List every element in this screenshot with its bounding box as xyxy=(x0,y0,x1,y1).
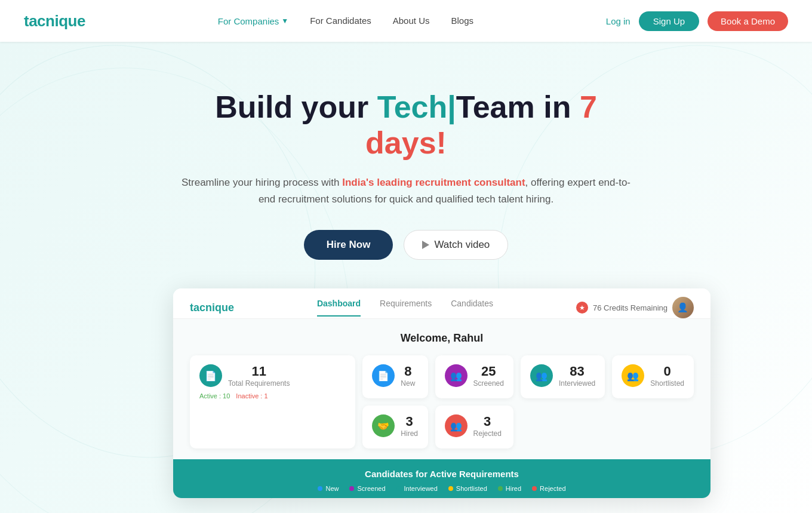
stat-label-shortlisted: Shortlisted xyxy=(650,379,684,388)
dashboard-body: Welcome, Rahul 📄 11 Total Requirements xyxy=(173,319,710,459)
nav-blogs[interactable]: Blogs xyxy=(451,16,473,26)
hero-buttons: Hire Now Watch video xyxy=(173,230,639,260)
tab-candidates[interactable]: Candidates xyxy=(451,299,493,317)
hire-now-button[interactable]: Hire Now xyxy=(304,230,393,260)
hero-subtitle: Streamline your hiring process with Indi… xyxy=(173,174,639,209)
stat-label-hired: Hired xyxy=(401,429,418,438)
chevron-down-icon: ▼ xyxy=(281,17,288,25)
stats-grid: 📄 8 New 👥 25 xyxy=(362,355,694,449)
nav-links: For Companies ▼ For Candidates About Us … xyxy=(218,16,473,26)
stat-header: 📄 11 Total Requirements xyxy=(199,364,346,388)
stat-label-total: Total Requirements xyxy=(228,379,290,388)
watch-video-button[interactable]: Watch video xyxy=(404,230,508,260)
dashboard-credits: ★ 76 Credits Remaining 👤 xyxy=(576,297,694,318)
stat-number-new: 8 xyxy=(401,364,415,379)
active-tag: Active : 10 xyxy=(199,392,230,400)
stat-number-hired: 3 xyxy=(401,414,418,429)
legend-dot-shortlisted xyxy=(448,486,453,491)
stat-label-interviewed: Interviewed xyxy=(559,379,595,388)
legend-dot-screened xyxy=(349,486,354,491)
legend-item-rejected: Rejected xyxy=(532,485,565,492)
logo: tacnique xyxy=(24,12,85,30)
legend-dot-hired xyxy=(498,486,503,491)
hero-title: Build your Tech|Team in 7 days! xyxy=(173,90,639,161)
avatar: 👤 xyxy=(672,297,694,318)
nav-actions: Log in Sign Up Book a Demo xyxy=(606,11,788,31)
legend-item-screened: Screened xyxy=(349,485,385,492)
stat-card-rejected: 👥 3 Rejected xyxy=(435,406,513,449)
navbar: tacnique For Companies ▼ For Candidates … xyxy=(0,0,812,42)
stat-number-total: 11 xyxy=(228,364,290,379)
stat-card-hired: 🤝 3 Hired xyxy=(362,406,427,449)
stat-label-rejected: Rejected xyxy=(473,429,502,438)
nav-for-candidates[interactable]: For Candidates xyxy=(310,16,371,26)
stat-icon-total: 📄 xyxy=(199,364,222,387)
login-button[interactable]: Log in xyxy=(606,16,630,26)
stat-number-shortlisted: 0 xyxy=(650,364,684,379)
legend-dot-interviewed xyxy=(396,486,401,491)
legend-dot-new xyxy=(318,486,322,491)
credits-icon: ★ xyxy=(576,302,588,314)
stat-card-screened: 👥 25 Screened xyxy=(435,355,513,398)
legend-dot-rejected xyxy=(532,486,537,491)
play-icon xyxy=(422,241,429,249)
tab-dashboard[interactable]: Dashboard xyxy=(317,299,361,317)
inactive-tag: Inactive : 1 xyxy=(236,392,267,400)
book-demo-button[interactable]: Book a Demo xyxy=(708,11,788,31)
stat-icon-hired: 🤝 xyxy=(372,414,395,437)
stat-number-screened: 25 xyxy=(473,364,504,379)
dashboard-mockup: tacnique Dashboard Requirements Candidat… xyxy=(173,288,710,498)
hero-title-teal: Tech| xyxy=(377,90,456,124)
dashboard-nav: tacnique Dashboard Requirements Candidat… xyxy=(173,288,710,319)
dashboard-logo: tacnique xyxy=(190,302,234,314)
stat-label-new: New xyxy=(401,379,415,388)
stat-sub: Active : 10 Inactive : 1 xyxy=(199,392,346,400)
legend-item-new: New xyxy=(318,485,339,492)
stat-label-screened: Screened xyxy=(473,379,504,388)
hero-content: Build your Tech|Team in 7 days! Streamli… xyxy=(173,90,639,498)
legend-item-shortlisted: Shortlisted xyxy=(448,485,487,492)
stat-card-interviewed: 👥 83 Interviewed xyxy=(521,355,605,398)
stat-icon-rejected: 👥 xyxy=(445,414,467,437)
nav-for-companies[interactable]: For Companies ▼ xyxy=(218,16,288,26)
hero-subtitle-highlight: India's leading recruitment consultant xyxy=(342,177,525,188)
stat-card-total: 📄 11 Total Requirements Active : 10 Inac… xyxy=(190,355,355,449)
stat-card-new: 📄 8 New xyxy=(362,355,427,398)
stat-icon-new: 📄 xyxy=(372,364,395,387)
legend-item-interviewed: Interviewed xyxy=(396,485,438,492)
stat-icon-shortlisted: 👥 xyxy=(622,364,644,387)
nav-about-us[interactable]: About Us xyxy=(393,16,430,26)
tab-requirements[interactable]: Requirements xyxy=(380,299,432,317)
candidates-title: Candidates for Active Requirements xyxy=(190,469,694,479)
chart-legend: New Screened Interviewed Shortlisted xyxy=(190,485,694,492)
signup-button[interactable]: Sign Up xyxy=(639,11,699,31)
stat-icon-interviewed: 👥 xyxy=(530,364,553,387)
welcome-message: Welcome, Rahul xyxy=(190,332,694,345)
stat-number-interviewed: 83 xyxy=(559,364,595,379)
stat-card-shortlisted: 👥 0 Shortlisted xyxy=(612,355,694,398)
legend-item-hired: Hired xyxy=(498,485,521,492)
dashboard-bottom: Candidates for Active Requirements New S… xyxy=(173,459,710,498)
dashboard-tabs: Dashboard Requirements Candidates xyxy=(317,299,493,317)
stat-number-rejected: 3 xyxy=(473,414,502,429)
stat-icon-screened: 👥 xyxy=(445,364,467,387)
hero-section: Build your Tech|Team in 7 days! Streamli… xyxy=(0,42,812,513)
